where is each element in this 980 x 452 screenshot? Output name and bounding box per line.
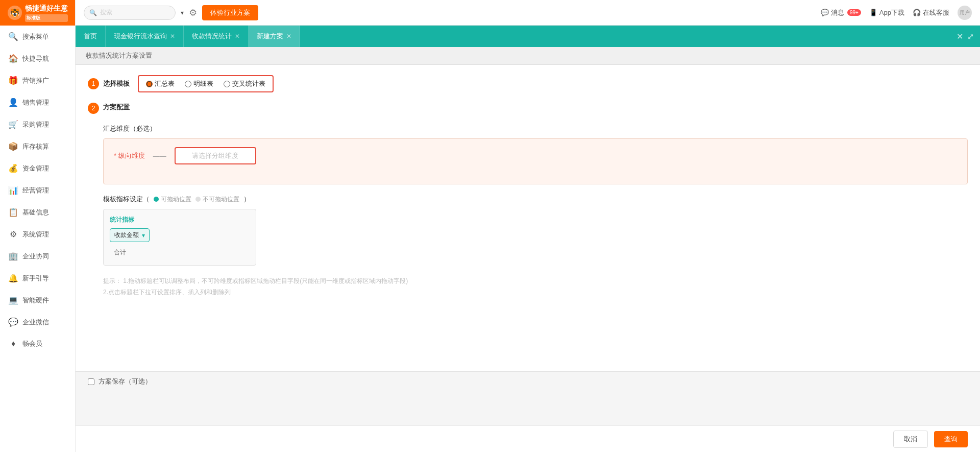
dimension-table: * 纵向维度 —— 请选择分组维度 [103,138,968,184]
marketing-icon: 🎁 [8,76,18,85]
topbar-left: 🔍 搜索 ▾ ⚙ 体验行业方案 [84,5,258,20]
service-btn[interactable]: 🎧 在线客服 [913,8,949,17]
sidebar-item-marketing[interactable]: 🎁 营销推广 [0,69,75,91]
guide-icon: 🔔 [8,273,18,283]
sidebar-item-basic-info[interactable]: 📋 基础信息 [0,201,75,223]
save-plan-label: 方案保存（可选） [99,377,152,386]
wechat-icon: 💬 [8,317,18,327]
sidebar-item-enterprise[interactable]: 🏢 企业协同 [0,245,75,267]
sidebar-label-finance: 资金管理 [22,164,49,173]
tab-new-plan-close[interactable]: ✕ [286,33,291,40]
main-area: 🔍 搜索 ▾ ⚙ 体验行业方案 💬 消息 99+ 📱 App下载 🎧 在线客服 [76,0,980,452]
dim-arrow: —— [153,152,166,160]
settings-icon[interactable]: ⚙ [189,7,197,18]
system-icon: ⚙ [8,229,18,239]
page-title: 收款情况统计方案设置 [86,52,152,59]
radio-detail-label[interactable]: 明细表 [193,79,213,88]
radio-cross[interactable]: 交叉统计表 [224,79,265,88]
trial-btn[interactable]: 体验行业方案 [202,5,258,20]
drag-fixed-label: 不可拖动位置 [203,195,239,204]
content-area: 收款情况统计方案设置 1 选择模板 汇总表 明细表 [76,47,980,425]
template-selector: 汇总表 明细表 交叉统计表 [138,75,274,92]
step2-content: 汇总维度（必选） * 纵向维度 —— 请选择分组维度 模板指标设定（ [103,124,968,298]
sidebar-item-finance[interactable]: 💰 资金管理 [0,157,75,179]
metric-dropdown-arrow[interactable]: ▾ [142,232,145,239]
sidebar-label-system: 系统管理 [22,230,49,239]
query-button[interactable]: 查询 [934,431,968,447]
tab-home[interactable]: 首页 [76,26,106,47]
form-section: 1 选择模板 汇总表 明细表 交叉统计表 [76,65,980,371]
tab-receipt-stats[interactable]: 收款情况统计 ✕ [184,26,249,47]
step2-label: 方案配置 [103,103,130,112]
message-btn[interactable]: 💬 消息 99+ [821,8,861,17]
radio-cross-label[interactable]: 交叉统计表 [232,79,265,88]
radio-summary[interactable]: 汇总表 [146,79,175,88]
vertical-dim-row: * 纵向维度 —— 请选择分组维度 [114,147,957,164]
dim-selector[interactable]: 请选择分组维度 [175,147,256,164]
sidebar-item-search-menu[interactable]: 🔍 搜索菜单 [0,26,75,47]
download-btn[interactable]: 📱 App下载 [869,8,904,17]
search-icon: 🔍 [89,9,97,16]
metrics-box: 统计指标 收款金额 ▾ 合计 [103,209,256,266]
sidebar-label-inventory: 库存核算 [22,142,49,151]
drag-indicator-fixed: 不可拖动位置 [195,195,239,204]
tab-new-plan-label: 新建方案 [257,32,283,41]
sidebar-item-member[interactable]: ♦ 畅会员 [0,333,75,354]
sidebar-item-sales[interactable]: 👤 销售管理 [0,91,75,113]
window-maximize-btn[interactable]: ⤢ [967,32,974,41]
metrics-title-close: ） [243,195,250,204]
sidebar-item-hardware[interactable]: 💻 智能硬件 [0,289,75,311]
window-close-btn[interactable]: ✕ [957,32,963,41]
radio-cross-input[interactable] [224,81,230,87]
metrics-box-label: 统计指标 [110,216,250,224]
sidebar-item-system[interactable]: ⚙ 系统管理 [0,223,75,245]
tab-bank-query[interactable]: 现金银行流水查询 ✕ [106,26,184,47]
sidebar-label-hardware: 智能硬件 [22,296,49,305]
radio-summary-label[interactable]: 汇总表 [155,79,175,88]
sidebar-item-inventory[interactable]: 📦 库存核算 [0,135,75,157]
tips-section: 提示： 1.拖动标题栏可以调整布局，不可跨维度或指标区域拖动栏目字段(只能在同一… [103,276,968,298]
sidebar-item-operations[interactable]: 📊 经营管理 [0,179,75,201]
sidebar-label-wechat: 企业微信 [22,318,49,327]
sidebar-label-basic-info: 基础信息 [22,208,49,217]
search-menu-icon: 🔍 [8,32,18,41]
message-icon: 💬 [821,9,829,16]
basic-info-icon: 📋 [8,207,18,217]
sidebar-item-wechat[interactable]: 💬 企业微信 [0,311,75,333]
sidebar-label-search-menu: 搜索菜单 [22,32,49,41]
sidebar-item-guide[interactable]: 🔔 新手引导 [0,267,75,289]
logo-icon: 🐯 [8,6,22,20]
search-bar[interactable]: 🔍 搜索 [84,6,176,20]
sidebar-item-purchase[interactable]: 🛒 采购管理 [0,113,75,135]
footer-section: 方案保存（可选） [76,371,980,391]
metric-tag-payment[interactable]: 收款金额 ▾ [110,228,150,242]
tab-new-plan[interactable]: 新建方案 ✕ [249,26,300,47]
member-icon: ♦ [8,339,18,348]
topbar-dropdown[interactable]: ▾ [181,9,184,16]
topbar-right: 💬 消息 99+ 📱 App下载 🎧 在线客服 用户 [821,6,972,20]
tab-receipt-stats-close[interactable]: ✕ [235,33,240,40]
sidebar-label-guide: 新手引导 [22,274,49,283]
tab-spacer [300,26,950,47]
step1-badge: 1 [88,78,99,89]
user-avatar[interactable]: 用户 [958,6,972,20]
sidebar-item-quick-nav[interactable]: 🏠 快捷导航 [0,47,75,69]
tab-receipt-stats-label: 收款情况统计 [192,32,232,41]
metrics-section: 模板指标设定（ 可拖动位置 不可拖动位置 ） 统计指标 [103,195,968,266]
step1-row: 1 选择模板 汇总表 明细表 交叉统计表 [88,75,968,92]
tab-bank-query-close[interactable]: ✕ [170,33,175,40]
tips-line1: 提示： 1.拖动标题栏可以调整布局，不可跨维度或指标区域拖动栏目字段(只能在同一… [103,276,968,287]
radio-detail-input[interactable] [185,81,191,87]
tabbar: 首页 现金银行流水查询 ✕ 收款情况统计 ✕ 新建方案 ✕ ✕ ⤢ [76,26,980,47]
purchase-icon: 🛒 [8,120,18,129]
drag-indicator-draggable: 可拖动位置 [154,195,191,204]
download-label: App下载 [879,8,904,17]
radio-detail[interactable]: 明细表 [185,79,213,88]
sidebar-label-quick-nav: 快捷导航 [22,54,49,63]
step2-row: 2 方案配置 [88,103,968,114]
radio-summary-input[interactable] [146,81,153,87]
save-plan-checkbox[interactable] [88,378,94,385]
sidebar-label-member: 畅会员 [22,339,42,348]
cancel-button[interactable]: 取消 [893,431,928,448]
sales-icon: 👤 [8,98,18,107]
